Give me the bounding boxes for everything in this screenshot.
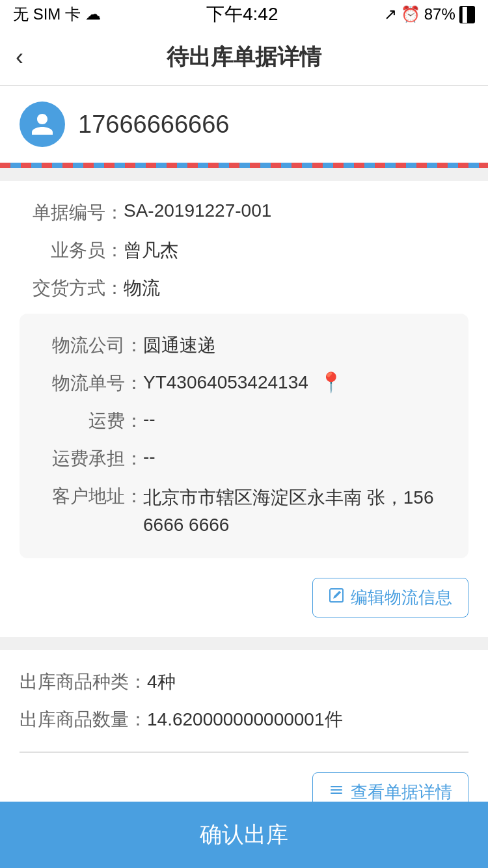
- delivery-value: 物流: [124, 276, 468, 301]
- salesman-label: 业务员：: [20, 238, 124, 263]
- battery-level: 87%: [424, 5, 455, 23]
- outbound-types-row: 出库商品种类： 4种: [20, 670, 468, 694]
- nav-bar: ‹ 待出库单据详情: [0, 29, 488, 86]
- customer-phone: 17666666666: [78, 111, 229, 139]
- nav-title: 待出库单据详情: [167, 42, 321, 72]
- alarm-icon: ⏰: [401, 5, 420, 23]
- location-status-icon: ↗: [384, 5, 397, 23]
- edit-logistics-button[interactable]: 编辑物流信息: [312, 578, 468, 617]
- doc-no-row: 单据编号： SA-20191227-001: [20, 200, 468, 225]
- logistics-freight-bearer-row: 运费承担： --: [39, 446, 449, 471]
- logistics-address-label: 客户地址：: [39, 484, 143, 509]
- list-icon: [329, 782, 344, 802]
- edit-btn-container: 编辑物流信息: [20, 578, 468, 617]
- logistics-company-value: 圆通速递: [143, 333, 449, 358]
- back-button[interactable]: ‹: [16, 44, 23, 71]
- avatar: [20, 102, 65, 147]
- tracking-location-icon[interactable]: 📍: [319, 371, 343, 394]
- logistics-tracking-row: 物流单号： YT43064053424134 📍: [39, 371, 449, 396]
- status-bar: 无 SIM 卡 ☁ 下午4:42 ↗ ⏰ 87% ▌: [0, 0, 488, 29]
- confirm-area: 确认出库: [0, 802, 488, 868]
- outbound-quantity-label: 出库商品数量：: [20, 707, 147, 732]
- edit-icon: [329, 588, 344, 608]
- status-right: ↗ ⏰ 87% ▌: [384, 5, 475, 23]
- dashed-separator: [0, 163, 488, 168]
- outbound-types-value: 4种: [147, 670, 468, 694]
- view-details-label: 查看单据详情: [351, 781, 452, 804]
- doc-no-value: SA-20191227-001: [124, 200, 468, 221]
- logistics-address-value: 北京市市辖区海淀区永丰南 张，156 6666 6666: [143, 484, 449, 539]
- status-left: 无 SIM 卡 ☁: [13, 4, 101, 25]
- logistics-freight-label: 运费：: [39, 409, 143, 433]
- delivery-row: 交货方式： 物流: [20, 276, 468, 301]
- logistics-company-row: 物流公司： 圆通速递: [39, 333, 449, 358]
- confirm-outbound-button[interactable]: 确认出库: [18, 820, 470, 850]
- logistics-freight-value: --: [143, 409, 449, 429]
- doc-info-section: 单据编号： SA-20191227-001 业务员： 曾凡杰 交货方式： 物流 …: [0, 181, 488, 637]
- outbound-types-label: 出库商品种类：: [20, 670, 147, 694]
- salesman-row: 业务员： 曾凡杰: [20, 238, 468, 263]
- logistics-card: 物流公司： 圆通速递 物流单号： YT43064053424134 📍 运费： …: [20, 314, 468, 558]
- status-time: 下午4:42: [206, 2, 278, 27]
- doc-no-label: 单据编号：: [20, 200, 124, 225]
- logistics-tracking-value: YT43064053424134 📍: [143, 371, 449, 394]
- svg-rect-2: [331, 789, 342, 791]
- logistics-freight-row: 运费： --: [39, 409, 449, 433]
- svg-rect-3: [331, 793, 342, 794]
- logistics-address-row: 客户地址： 北京市市辖区海淀区永丰南 张，156 6666 6666: [39, 484, 449, 539]
- svg-rect-1: [331, 786, 342, 787]
- outbound-quantity-row: 出库商品数量： 14.620000000000001件: [20, 707, 468, 732]
- salesman-value: 曾凡杰: [124, 238, 468, 263]
- battery-icon: ▌: [459, 6, 475, 23]
- logistics-tracking-label: 物流单号：: [39, 371, 143, 396]
- delivery-label: 交货方式：: [20, 276, 124, 301]
- logistics-company-label: 物流公司：: [39, 333, 143, 358]
- edit-logistics-label: 编辑物流信息: [351, 586, 452, 609]
- logistics-freight-bearer-value: --: [143, 446, 449, 467]
- outbound-quantity-value: 14.620000000000001件: [147, 707, 468, 732]
- user-avatar-icon: [29, 111, 55, 137]
- logistics-freight-bearer-label: 运费承担：: [39, 446, 143, 471]
- sim-status: 无 SIM 卡 ☁: [13, 4, 101, 25]
- section-divider: [20, 752, 468, 753]
- customer-header: 17666666666: [0, 86, 488, 163]
